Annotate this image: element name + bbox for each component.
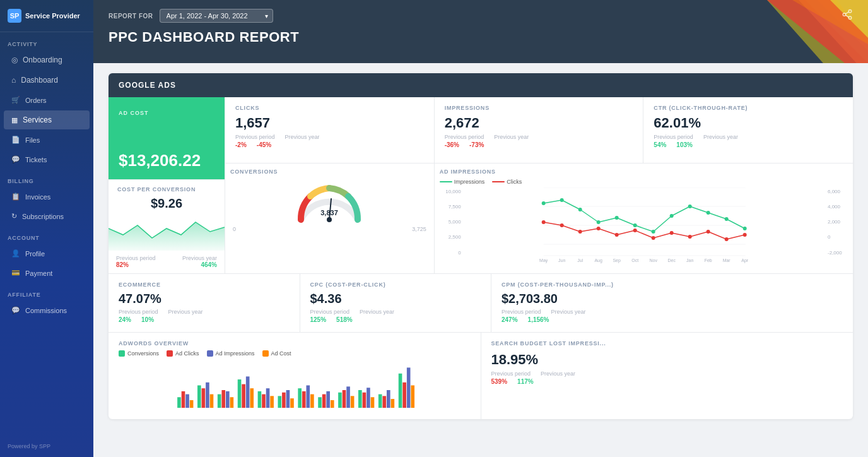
chat-icon: 💬 — [11, 155, 20, 163]
svg-point-39 — [651, 236, 655, 240]
cpc-prev-year-value: 464% — [182, 261, 217, 268]
sidebar-item-subscriptions[interactable]: ↻ Subscriptions — [4, 207, 90, 225]
svg-point-23 — [578, 208, 582, 211]
sidebar-item-files[interactable]: 📄 Files — [4, 131, 90, 149]
svg-text:Feb: Feb — [704, 258, 712, 263]
logo: SP Service Provider — [0, 0, 93, 32]
sidebar-item-services[interactable]: ▦ Services — [4, 110, 90, 129]
sidebar-label: Payment — [25, 270, 52, 277]
ecom-pp-label: Previous period — [119, 309, 158, 315]
sidebar-item-orders[interactable]: 🛒 Orders — [4, 91, 90, 109]
date-range-select-wrap[interactable]: Apr 1, 2022 - Apr 30, 2022 — [160, 9, 273, 23]
cpm-label: CPM (COST-PER-THOUSAND-IMP...) — [501, 282, 843, 288]
svg-text:Mar: Mar — [722, 258, 730, 263]
sidebar-item-onboarding[interactable]: ◎ Onboarding — [4, 50, 90, 69]
svg-point-37 — [614, 233, 618, 237]
home-icon: ⌂ — [11, 76, 16, 85]
cpc-prev-period-label: Previous period — [116, 255, 156, 261]
sidebar-item-invoices[interactable]: 📋 Invoices — [4, 187, 90, 206]
metrics-row-3: ADWORDS OVERVIEW Conversions Ad Clicks — [108, 332, 853, 419]
cpc-py-label: Previous year — [360, 309, 394, 315]
legend-clicks: Clicks — [507, 179, 522, 185]
svg-point-42 — [706, 230, 710, 234]
svg-rect-101 — [399, 374, 402, 408]
svg-rect-66 — [221, 390, 225, 408]
sidebar-label: Services — [23, 116, 52, 124]
svg-point-31 — [724, 217, 728, 221]
sidebar-label: Subscriptions — [22, 213, 64, 220]
logo-icon: SP — [8, 9, 21, 23]
svg-text:May: May — [539, 258, 548, 263]
cpm-pp-label: Previous period — [501, 309, 541, 315]
ad-impressions-chart-wrap: 10,0007,5005,0002,5000 — [440, 187, 848, 263]
svg-rect-64 — [210, 395, 214, 408]
svg-rect-78 — [282, 393, 286, 408]
card-icon: 💳 — [11, 269, 20, 277]
svg-point-22 — [560, 198, 563, 202]
svg-rect-91 — [346, 386, 350, 408]
svg-rect-94 — [363, 393, 367, 408]
cpm-pp-change: 247% — [501, 316, 518, 323]
svg-point-25 — [614, 216, 618, 220]
svg-rect-70 — [242, 384, 245, 408]
svg-point-10 — [848, 16, 852, 20]
svg-point-35 — [578, 230, 582, 234]
cpc-metric-tile: CPC (COST-PER-CLICK) $4.36 Previous peri… — [300, 274, 492, 332]
svg-rect-75 — [266, 388, 270, 408]
svg-rect-74 — [262, 395, 266, 408]
gauge-max: 3,725 — [412, 226, 426, 232]
user-icon: 👤 — [11, 249, 20, 258]
ctr-py-change: 103% — [676, 141, 693, 148]
sidebar-item-payment[interactable]: 💳 Payment — [4, 264, 90, 282]
svg-rect-96 — [371, 397, 375, 408]
svg-rect-57 — [177, 397, 181, 408]
y-axis-left: 10,0007,5005,0002,5000 — [440, 187, 464, 263]
clicks-label: CLICKS — [235, 105, 424, 111]
billing-section-label: BILLING — [0, 169, 93, 187]
svg-rect-63 — [206, 383, 209, 408]
gauge-chart: 3,837 — [291, 179, 367, 226]
svg-rect-81 — [298, 388, 302, 408]
svg-text:Dec: Dec — [667, 258, 676, 263]
svg-point-29 — [688, 205, 691, 208]
ecom-py-change: 10% — [141, 316, 154, 323]
svg-rect-65 — [218, 395, 221, 408]
svg-rect-90 — [343, 390, 346, 408]
svg-text:Jun: Jun — [558, 258, 565, 263]
imp-pp-change: -36% — [445, 141, 459, 148]
svg-rect-84 — [310, 395, 314, 408]
clicks-pp-label: Previous period — [235, 134, 275, 140]
sidebar-item-dashboard[interactable]: ⌂ Dashboard — [4, 71, 90, 90]
svg-rect-76 — [270, 396, 274, 408]
ctr-tile: CTR (CLICK-THROUGH-RATE) 62.01% Previous… — [643, 97, 853, 163]
cpc-pp-change: 125% — [310, 316, 327, 323]
sidebar-item-commissions[interactable]: 💬 Commissions — [4, 301, 90, 319]
sidebar-label: Dashboard — [21, 76, 58, 85]
logo-text: Service Provider — [25, 12, 80, 20]
sidebar-item-tickets[interactable]: 💬 Tickets — [4, 150, 90, 169]
ecommerce-value: 47.07% — [119, 292, 290, 306]
cpm-py-change: 1,156% — [528, 316, 549, 323]
svg-point-36 — [596, 227, 600, 230]
cost-per-conversion-tile: COST PER CONVERSION $9.26 — [108, 179, 225, 273]
sidebar-item-profile[interactable]: 👤 Profile — [4, 244, 90, 263]
date-range-select[interactable]: Apr 1, 2022 - Apr 30, 2022 — [160, 9, 273, 23]
share-button[interactable] — [842, 9, 853, 23]
imp-pp-label: Previous period — [445, 134, 484, 140]
svg-rect-60 — [190, 400, 194, 408]
svg-rect-102 — [402, 383, 406, 408]
account-section-label: ACCOUNT — [0, 226, 93, 244]
ctr-pp-label: Previous period — [654, 134, 693, 140]
ecommerce-tile: ECOMMERCE 47.07% Previous period Previou… — [108, 274, 300, 332]
cpc-metric-label: CPC (COST-PER-CLICK) — [310, 282, 481, 288]
circle-icon: ◎ — [11, 56, 18, 64]
cpc-metric-value: $4.36 — [310, 292, 481, 306]
svg-rect-71 — [246, 376, 250, 408]
sidebar-label: Tickets — [25, 156, 47, 163]
ctr-py-label: Previous year — [703, 134, 738, 140]
svg-point-14 — [327, 217, 332, 222]
impressions-tile: IMPRESSIONS 2,672 Previous period Previo… — [435, 97, 644, 163]
grid-icon: ▦ — [11, 116, 18, 124]
svg-rect-73 — [258, 391, 262, 408]
svg-point-9 — [843, 13, 846, 16]
